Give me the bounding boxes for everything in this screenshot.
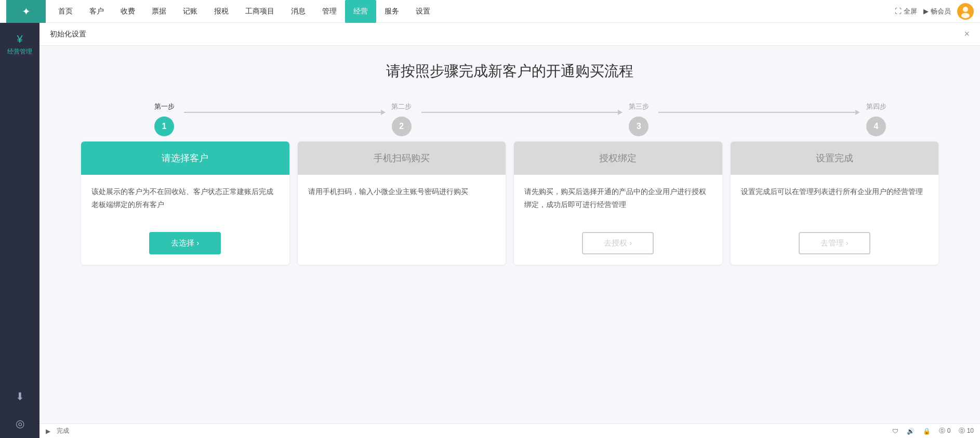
clock-count: ⓪ 10 xyxy=(959,427,974,435)
sidebar-download[interactable]: ⬇ xyxy=(16,384,24,411)
step-2: 第二步 2 xyxy=(381,102,422,136)
setup-main-title: 请按照步骤完成新客户的开通购买流程 xyxy=(71,61,949,81)
nav-accounting[interactable]: 记账 xyxy=(175,0,206,23)
card-4: 设置完成 设置完成后可以在管理列表进行所有企业用户的经营管理 去管理 › xyxy=(731,141,939,265)
page-header: 初始化设置 × xyxy=(39,23,980,46)
step-3-label: 第三步 xyxy=(629,102,649,111)
sidebar-bottom: ⬇ ◎ xyxy=(16,384,24,438)
go-manage-button[interactable]: 去管理 › xyxy=(799,232,870,254)
card-2: 手机扫码购买 请用手机扫码，输入小微企业主账号密码进行购买 xyxy=(298,141,506,265)
card-1-body: 该处展示的客户为不在回收站、客户状态正常建账后完成老板端绑定的所有客户 xyxy=(81,175,289,222)
sidebar-item-operation[interactable]: ¥ 经营管理 xyxy=(0,27,39,62)
vip-button[interactable]: ▶ 畅会员 xyxy=(923,7,951,16)
vip-label: 畅会员 xyxy=(931,7,951,16)
logo[interactable]: ✦ xyxy=(6,0,46,23)
card-3-header: 授权绑定 xyxy=(514,141,722,175)
sidebar-support[interactable]: ◎ xyxy=(16,411,24,438)
setup-content: 请按照步骤完成新客户的开通购买流程 第一步 1 第二步 2 xyxy=(39,46,980,423)
nav-customer[interactable]: 客户 xyxy=(81,0,112,23)
status-bar: ▶ 完成 🛡 🔊 🔒 ⓪ 0 ⓪ 10 xyxy=(39,423,980,438)
svg-point-2 xyxy=(961,13,970,18)
support-icon: ◎ xyxy=(16,417,24,430)
step-1-label: 第一步 xyxy=(154,102,175,111)
avatar[interactable] xyxy=(957,3,974,20)
avatar-icon xyxy=(958,4,973,19)
step-4-label: 第四步 xyxy=(866,102,886,111)
nav-tax[interactable]: 报税 xyxy=(206,0,237,23)
step-connector-3 xyxy=(658,112,856,113)
step-1-circle: 1 xyxy=(154,117,174,136)
nav-message[interactable]: 消息 xyxy=(283,0,314,23)
nav-service[interactable]: 服务 xyxy=(376,0,407,23)
card-3-body: 请先购买，购买后选择开通的产品中的企业用户进行授权绑定，成功后即可进行经营管理 xyxy=(514,175,722,222)
nav-manage[interactable]: 管理 xyxy=(314,0,345,23)
main-content: 初始化设置 × 请按照步骤完成新客户的开通购买流程 第一步 1 第二步 2 xyxy=(39,23,980,438)
main-layout: ¥ 经营管理 ⬇ ◎ 初始化设置 × 请按照步骤完成新客户的开通购买流程 第 xyxy=(0,23,980,438)
card-2-footer xyxy=(298,244,506,265)
sound-icon: 🔊 xyxy=(907,428,915,435)
shield-icon: 🛡 xyxy=(892,428,898,435)
close-button[interactable]: × xyxy=(964,29,970,40)
card-2-body: 请用手机扫码，输入小微企业主账号密码进行购买 xyxy=(298,175,506,244)
card-4-footer: 去管理 › xyxy=(731,222,939,265)
step-2-label: 第二步 xyxy=(391,102,412,111)
top-nav: ✦ 首页 客户 收费 票据 记账 报税 工商项目 消息 管理 经营 服务 设置 … xyxy=(0,0,980,23)
steps-row: 第一步 1 第二步 2 第三步 3 xyxy=(71,102,949,136)
card-4-header: 设置完成 xyxy=(731,141,939,175)
step-connector-2 xyxy=(421,112,619,113)
card-1-header: 请选择客户 xyxy=(81,141,289,175)
step-3-circle: 3 xyxy=(629,117,648,136)
nav-home[interactable]: 首页 xyxy=(50,0,81,23)
download-icon: ⬇ xyxy=(16,390,24,403)
card-1-footer: 去选择 › xyxy=(81,222,289,265)
step-connector-1 xyxy=(184,112,382,113)
yuan-icon: ¥ xyxy=(17,33,22,45)
vip-icon: ▶ xyxy=(923,7,929,15)
nav-right: ⛶ 全屏 ▶ 畅会员 xyxy=(895,3,974,20)
nav-settings[interactable]: 设置 xyxy=(407,0,439,23)
notif-count: ⓪ 0 xyxy=(939,427,950,435)
step-2-circle: 2 xyxy=(392,117,412,136)
card-3: 授权绑定 请先购买，购买后选择开通的产品中的企业用户进行授权绑定，成功后即可进行… xyxy=(514,141,722,265)
fullscreen-button[interactable]: ⛶ 全屏 xyxy=(895,7,917,16)
card-3-footer: 去授权 › xyxy=(514,222,722,265)
nav-business[interactable]: 工商项目 xyxy=(237,0,283,23)
logo-icon: ✦ xyxy=(22,5,31,18)
go-select-button[interactable]: 去选择 › xyxy=(149,232,221,254)
step-4-circle: 4 xyxy=(866,117,886,136)
step-3: 第三步 3 xyxy=(618,102,659,136)
go-authorize-button[interactable]: 去授权 › xyxy=(582,232,654,254)
status-right: 🛡 🔊 🔒 ⓪ 0 ⓪ 10 xyxy=(892,427,974,435)
nav-fee[interactable]: 收费 xyxy=(112,0,143,23)
svg-point-1 xyxy=(963,7,968,12)
nav-items: 首页 客户 收费 票据 记账 报税 工商项目 消息 管理 经营 服务 设置 xyxy=(50,0,895,23)
nav-invoice[interactable]: 票据 xyxy=(143,0,175,23)
card-1: 请选择客户 该处展示的客户为不在回收站、客户状态正常建账后完成老板端绑定的所有客… xyxy=(81,141,289,265)
nav-operation[interactable]: 经营 xyxy=(345,0,376,23)
sidebar: ¥ 经营管理 ⬇ ◎ xyxy=(0,23,39,438)
play-icon: ▶ xyxy=(46,428,50,435)
card-2-header: 手机扫码购买 xyxy=(298,141,506,175)
card-4-body: 设置完成后可以在管理列表进行所有企业用户的经营管理 xyxy=(731,175,939,222)
status-done: 完成 xyxy=(57,427,69,435)
fullscreen-icon: ⛶ xyxy=(895,7,902,15)
step-1: 第一步 1 xyxy=(143,102,185,136)
sidebar-item-label: 经营管理 xyxy=(7,47,32,56)
step-4: 第四步 4 xyxy=(855,102,897,136)
cards-row: 请选择客户 该处展示的客户为不在回收站、客户状态正常建账后完成老板端绑定的所有客… xyxy=(71,141,949,265)
lock-icon: 🔒 xyxy=(923,428,931,435)
page-title: 初始化设置 xyxy=(50,30,86,39)
fullscreen-label: 全屏 xyxy=(904,7,917,16)
